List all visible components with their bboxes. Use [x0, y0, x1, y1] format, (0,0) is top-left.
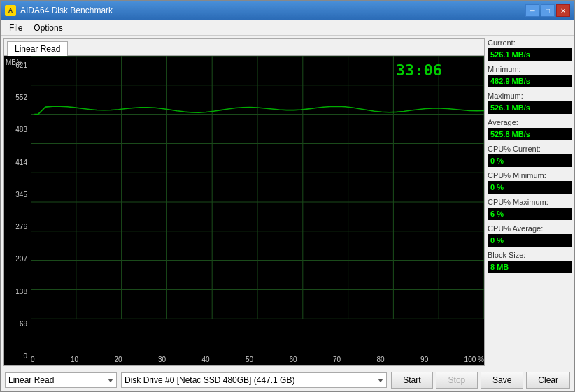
- x-label-100: 100 %: [464, 356, 484, 363]
- stat-minimum-value: 482.9 MB/s: [488, 75, 572, 87]
- y-label-621: 621: [4, 61, 29, 69]
- title-buttons: ─ □ ✕: [525, 4, 570, 17]
- drive-selector-arrow: [378, 379, 383, 382]
- x-label-70: 70: [333, 356, 341, 363]
- chart-svg: [31, 56, 484, 319]
- x-label-50: 50: [246, 356, 253, 363]
- x-label-90: 90: [420, 356, 428, 363]
- stat-cpu-current: CPU% Current: 0 %: [488, 145, 572, 167]
- y-label-138: 138: [4, 288, 29, 296]
- x-label-10: 10: [71, 356, 78, 363]
- timer-display: 33:06: [396, 61, 442, 79]
- save-button[interactable]: Save: [481, 372, 523, 389]
- drive-selector[interactable]: Disk Drive #0 [Netac SSD 480GB] (447.1 G…: [121, 372, 387, 388]
- y-label-0: 0: [4, 352, 29, 360]
- stat-cpu-minimum-label: CPU% Minimum:: [488, 171, 572, 180]
- stat-cpu-average-value: 0 %: [488, 234, 572, 247]
- x-label-0: 0: [31, 356, 35, 363]
- stat-cpu-maximum-value: 6 %: [488, 208, 572, 220]
- stat-average-value: 525.8 MB/s: [488, 128, 572, 140]
- menu-file[interactable]: File: [3, 22, 28, 34]
- stat-minimum-label: Minimum:: [488, 65, 572, 73]
- y-axis: 621 552 483 414 345 276 207 138 69 0: [4, 56, 31, 365]
- stat-cpu-average: CPU% Average: 0 %: [488, 224, 572, 247]
- stat-cpu-current-value: 0 %: [488, 154, 572, 167]
- x-label-20: 20: [114, 356, 122, 363]
- stop-button[interactable]: Stop: [436, 372, 478, 389]
- stat-average-label: Average:: [488, 118, 572, 126]
- window-title: AIDA64 Disk Benchmark: [20, 6, 113, 15]
- stat-cpu-maximum-label: CPU% Maximum:: [488, 198, 572, 206]
- tab-bar: Linear Read: [4, 39, 484, 56]
- main-window: A AIDA64 Disk Benchmark ─ □ ✕ File Optio…: [0, 0, 575, 392]
- close-button[interactable]: ✕: [556, 4, 570, 17]
- content-area: Linear Read MB/s 621 552 483 414 345 276…: [1, 36, 574, 369]
- stat-current: Current: 526.1 MB/s: [488, 38, 572, 61]
- stat-current-label: Current:: [488, 38, 572, 47]
- stat-average: Average: 525.8 MB/s: [488, 118, 572, 140]
- x-label-30: 30: [158, 356, 166, 363]
- menu-options[interactable]: Options: [28, 22, 68, 34]
- stat-block-size-value: 8 MB: [488, 261, 572, 273]
- app-icon: A: [5, 5, 16, 16]
- stat-cpu-average-label: CPU% Average:: [488, 224, 572, 233]
- title-bar: A AIDA64 Disk Benchmark ─ □ ✕: [1, 1, 574, 20]
- chart-area: MB/s 621 552 483 414 345 276 207 138 69 …: [4, 56, 484, 365]
- x-label-40: 40: [202, 356, 210, 363]
- stat-cpu-maximum: CPU% Maximum: 6 %: [488, 198, 572, 220]
- benchmark-selector-label: Linear Read: [8, 375, 54, 385]
- tab-linear-read[interactable]: Linear Read: [7, 41, 68, 56]
- stat-maximum-label: Maximum:: [488, 92, 572, 100]
- y-label-69: 69: [4, 320, 29, 328]
- menu-bar: File Options: [1, 20, 574, 36]
- benchmark-selector-arrow: [108, 379, 113, 382]
- clear-button[interactable]: Clear: [526, 372, 570, 389]
- stat-block-size: Block Size: 8 MB: [488, 251, 572, 273]
- x-label-60: 60: [290, 356, 297, 363]
- benchmark-selector[interactable]: Linear Read: [5, 372, 117, 388]
- drive-selector-label: Disk Drive #0 [Netac SSD 480GB] (447.1 G…: [125, 375, 294, 385]
- start-button[interactable]: Start: [391, 372, 433, 389]
- y-label-207: 207: [4, 255, 29, 263]
- bottom-controls: Linear Read Disk Drive #0 [Netac SSD 480…: [1, 369, 574, 391]
- y-label-276: 276: [4, 223, 29, 231]
- left-panel: Linear Read MB/s 621 552 483 414 345 276…: [3, 38, 485, 366]
- x-label-80: 80: [377, 356, 385, 363]
- x-axis: 0 10 20 30 40 50 60 70 80 90 100 %: [31, 353, 484, 365]
- right-panel: Current: 526.1 MB/s Minimum: 482.9 MB/s …: [488, 38, 572, 366]
- y-label-414: 414: [4, 159, 29, 166]
- stat-minimum: Minimum: 482.9 MB/s: [488, 65, 572, 87]
- stat-cpu-current-label: CPU% Current:: [488, 145, 572, 153]
- y-label-483: 483: [4, 126, 29, 133]
- minimize-button[interactable]: ─: [525, 4, 539, 17]
- stat-cpu-minimum-value: 0 %: [488, 181, 572, 194]
- stat-maximum: Maximum: 526.1 MB/s: [488, 92, 572, 114]
- title-bar-left: A AIDA64 Disk Benchmark: [5, 5, 113, 16]
- y-label-345: 345: [4, 191, 29, 198]
- stat-cpu-minimum: CPU% Minimum: 0 %: [488, 171, 572, 194]
- action-buttons: Start Stop Save Clear: [391, 372, 570, 389]
- stat-block-size-label: Block Size:: [488, 251, 572, 259]
- stat-maximum-value: 526.1 MB/s: [488, 101, 572, 114]
- maximize-button[interactable]: □: [541, 4, 555, 17]
- stat-current-value: 526.1 MB/s: [488, 48, 572, 61]
- y-label-552: 552: [4, 94, 29, 101]
